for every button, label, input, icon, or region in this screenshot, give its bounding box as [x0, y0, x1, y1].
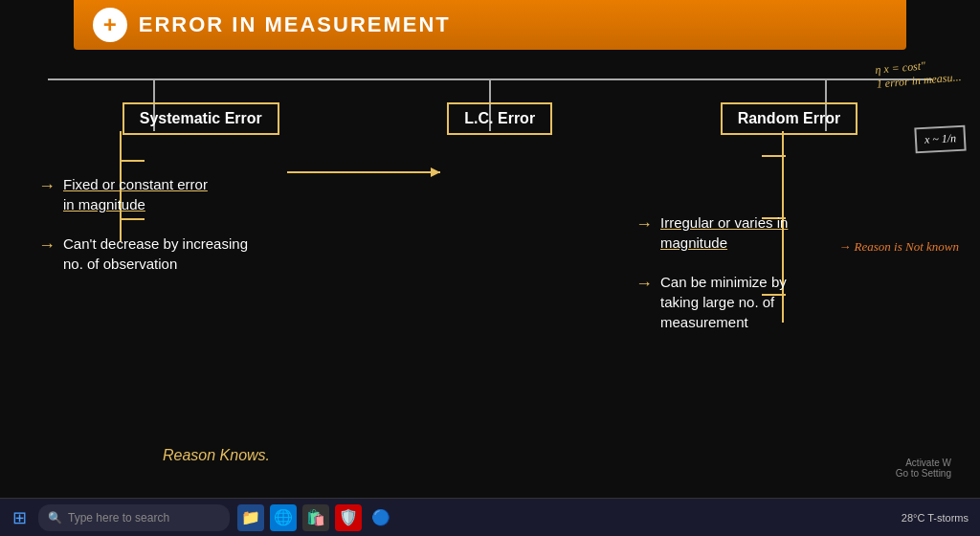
- activate-windows: Activate W Go to Setting: [896, 458, 951, 479]
- random-error-box: Random Error: [721, 102, 858, 135]
- content-area: Systematic Error L.C. Error Random Error…: [0, 50, 980, 536]
- taskbar-icons: 📁 🌐 🛍️ 🛡️ 🔵: [237, 504, 394, 531]
- header-title: ERROR IN MEASUREMENT: [139, 12, 451, 37]
- systematic-text-1: Fixed or constant error in magnitude: [63, 174, 208, 214]
- weather-text: 28°C T-storms: [902, 512, 969, 524]
- handwritten-note: η x = cost"1 error in measu...: [875, 56, 962, 92]
- arrow-sys-to-lc: [287, 171, 440, 173]
- search-placeholder: Type here to search: [68, 511, 169, 525]
- taskbar: ⊞ 🔍 Type here to search 📁 🌐 🛍️ 🛡️ 🔵 28°C…: [0, 498, 980, 536]
- taskbar-shield-icon[interactable]: 🛡️: [335, 504, 362, 531]
- header-bar: + ERROR IN MEASUREMENT: [74, 0, 906, 50]
- error-boxes-row: Systematic Error L.C. Error Random Error: [38, 102, 942, 135]
- random-text-1: Irregular or varies in magnitude: [660, 212, 788, 253]
- random-text-2: Can be minimize by taking large no. of m…: [660, 272, 787, 332]
- arrow-icon-2: →: [38, 235, 56, 256]
- systematic-error-box: Systematic Error: [122, 102, 279, 135]
- arrow-icon-3: →: [635, 214, 653, 234]
- taskbar-edge-icon[interactable]: 🌐: [270, 504, 297, 531]
- systematic-item-1: → Fixed or constant error in magnitude: [38, 174, 402, 214]
- systematic-sub-items: → Fixed or constant error in magnitude →…: [38, 174, 402, 293]
- start-button[interactable]: ⊞: [4, 502, 34, 533]
- lc-error-box: L.C. Error: [447, 102, 552, 135]
- search-icon: 🔍: [48, 511, 62, 525]
- arrow-icon-4: →: [635, 274, 653, 294]
- taskbar-chrome-icon[interactable]: 🔵: [368, 504, 394, 531]
- taskbar-right: 28°C T-storms: [902, 512, 976, 524]
- random-item-1: → Irregular or varies in magnitude: [635, 212, 961, 253]
- systematic-text-2: Can't decrease by increasing no. of obse…: [63, 234, 248, 274]
- taskbar-store-icon[interactable]: 🛍️: [302, 504, 329, 531]
- right-bracket-horiz-1: [762, 155, 786, 157]
- taskbar-explorer-icon[interactable]: 📁: [237, 504, 264, 531]
- random-item-2: → Can be minimize by taking large no. of…: [635, 272, 961, 332]
- random-sub-items: → Irregular or varies in magnitude → Can…: [635, 174, 961, 351]
- header-icon: +: [93, 8, 127, 42]
- left-bracket-horiz-1: [121, 160, 145, 162]
- plus-icon: +: [103, 11, 117, 38]
- reason-knows-text: Reason Knows.: [163, 447, 270, 464]
- arrow-icon-1: →: [38, 176, 56, 196]
- systematic-item-2: → Can't decrease by increasing no. of ob…: [38, 234, 402, 274]
- formula-box: x ~ 1/n: [914, 125, 966, 154]
- taskbar-search-box[interactable]: 🔍 Type here to search: [38, 504, 230, 531]
